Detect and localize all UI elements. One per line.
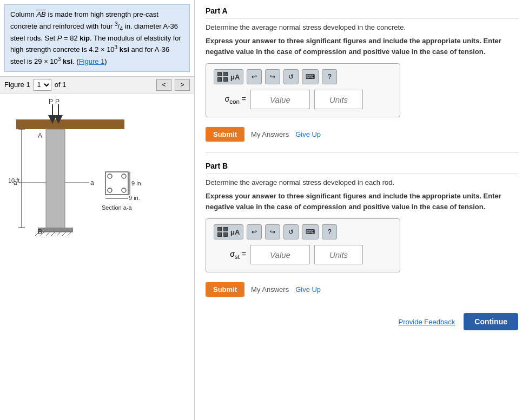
svg-rect-2 — [38, 228, 73, 232]
continue-btn[interactable]: Continue — [464, 313, 518, 330]
part-b-instruction: Express your answer to three significant… — [206, 191, 518, 212]
part-a-toolbar: μA ↩ ↪ ↺ ⌨ ? — [214, 69, 392, 84]
part-a-undo-btn[interactable]: ↩ — [247, 69, 262, 84]
figure-label: Figure 1 — [4, 81, 30, 89]
svg-text:B: B — [38, 228, 42, 236]
part-b-units-input[interactable] — [314, 245, 363, 264]
figure-prev-btn[interactable]: < — [156, 79, 171, 91]
part-a-answer-box: μA ↩ ↪ ↺ ⌨ ? σcon = — [206, 63, 400, 117]
part-a-title: Part A — [206, 6, 518, 19]
figure-of-label: of 1 — [55, 81, 67, 89]
svg-point-28 — [108, 188, 112, 192]
svg-line-9 — [62, 232, 66, 236]
figure-select[interactable]: 1 — [34, 79, 51, 91]
grid-icon-b — [217, 227, 228, 237]
right-panel: Part A Determine the average normal stre… — [195, 0, 529, 420]
mu-alpha-label-b: μA — [230, 228, 240, 236]
svg-text:P: P — [55, 99, 59, 105]
part-a-template-btn[interactable]: μA — [214, 69, 243, 84]
part-a-sigma-label: σcon = — [214, 95, 246, 105]
svg-point-29 — [122, 188, 126, 192]
part-b-action-row: Submit My Answers Give Up — [206, 282, 518, 297]
part-a-help-btn[interactable]: ? — [322, 69, 337, 84]
part-a-value-input[interactable] — [250, 90, 310, 109]
part-b-keyboard-btn[interactable]: ⌨ — [302, 224, 319, 239]
part-a-give-up-link[interactable]: Give Up — [295, 130, 321, 138]
provide-feedback-link[interactable]: Provide Feedback — [399, 318, 455, 326]
part-b-help-btn[interactable]: ? — [322, 224, 337, 239]
figure1-link[interactable]: Figure 1 — [79, 57, 105, 65]
part-b-title: Part B — [206, 162, 518, 174]
part-b-section: Part B Determine the average normal stre… — [206, 155, 518, 297]
svg-text:Section a-a: Section a-a — [102, 204, 133, 211]
svg-point-27 — [122, 174, 126, 178]
svg-text:9 in.: 9 in. — [129, 195, 140, 201]
part-a-my-answers-link[interactable]: My Answers — [251, 130, 289, 138]
problem-text: Column AB is made from high strength pre… — [4, 4, 190, 72]
grid-icon — [217, 72, 228, 82]
left-panel: Column AB is made from high strength pre… — [0, 0, 195, 420]
part-b-give-up-link[interactable]: Give Up — [295, 285, 321, 294]
bottom-actions: Provide Feedback Continue — [206, 308, 518, 330]
part-b-input-row: σst = — [214, 245, 392, 264]
part-a-units-input[interactable] — [314, 90, 363, 109]
part-b-my-answers-link[interactable]: My Answers — [251, 285, 289, 294]
figure-area: P P A a a 10 ft B 9 in. — [0, 94, 194, 420]
mu-alpha-label: μA — [230, 73, 240, 81]
part-a-action-row: Submit My Answers Give Up — [206, 127, 518, 142]
svg-text:9 in.: 9 in. — [131, 180, 143, 186]
part-b-description: Determine the average normal stress deve… — [206, 178, 518, 186]
part-a-instruction: Express your answer to three significant… — [206, 36, 518, 57]
part-a-section: Part A Determine the average normal stre… — [206, 0, 518, 142]
svg-rect-1 — [46, 129, 65, 229]
figure-svg: P P A a a 10 ft B 9 in. — [5, 99, 173, 256]
part-b-answer-box: μA ↩ ↪ ↺ ⌨ ? σst = — [206, 218, 400, 272]
part-a-submit-btn[interactable]: Submit — [206, 127, 244, 142]
part-a-input-row: σcon = — [214, 90, 392, 109]
part-b-redo-btn[interactable]: ↪ — [265, 224, 280, 239]
divider — [206, 152, 518, 153]
svg-point-26 — [108, 174, 112, 178]
part-a-redo-btn[interactable]: ↪ — [265, 69, 280, 84]
part-a-refresh-btn[interactable]: ↺ — [283, 69, 299, 84]
part-b-value-input[interactable] — [250, 245, 310, 264]
svg-line-7 — [51, 232, 55, 236]
svg-rect-0 — [16, 119, 124, 129]
svg-text:A: A — [38, 132, 42, 139]
part-a-keyboard-btn[interactable]: ⌨ — [302, 69, 319, 84]
svg-line-6 — [46, 232, 50, 236]
figure-controls: Figure 1 1 of 1 < > — [0, 76, 194, 94]
part-b-toolbar: μA ↩ ↪ ↺ ⌨ ? — [214, 224, 392, 239]
figure-next-btn[interactable]: > — [175, 79, 190, 91]
part-b-sigma-label: σst = — [214, 250, 246, 260]
svg-line-8 — [57, 232, 61, 236]
svg-rect-25 — [105, 172, 128, 195]
svg-text:a: a — [90, 179, 94, 186]
part-b-undo-btn[interactable]: ↩ — [247, 224, 262, 239]
svg-text:P: P — [49, 99, 53, 105]
part-b-submit-btn[interactable]: Submit — [206, 282, 244, 297]
part-b-template-btn[interactable]: μA — [214, 224, 243, 239]
part-a-description: Determine the average normal stress deve… — [206, 23, 518, 31]
svg-line-10 — [68, 232, 71, 236]
svg-text:10 ft: 10 ft — [8, 177, 19, 184]
part-b-refresh-btn[interactable]: ↺ — [283, 224, 299, 239]
